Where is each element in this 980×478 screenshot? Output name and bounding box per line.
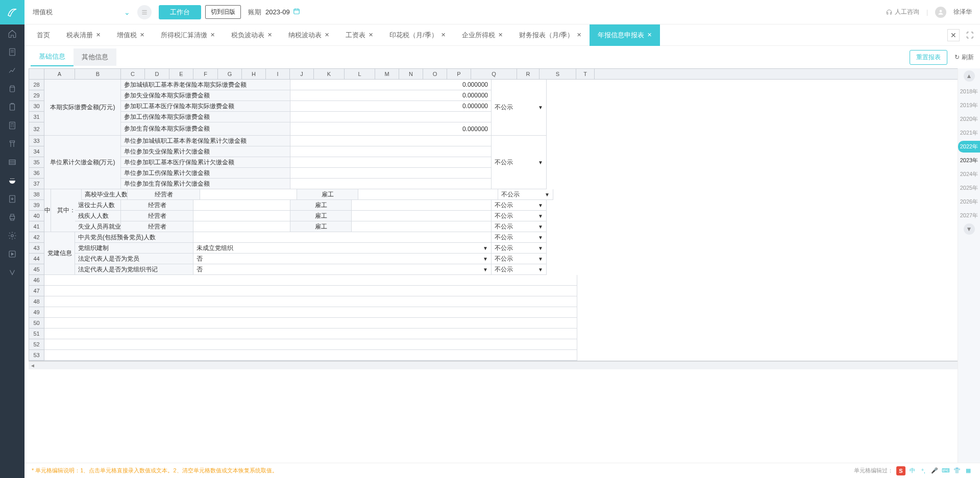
cell[interactable]: 雇工 [290,211,352,221]
cell[interactable]: 退役士兵人数 [75,200,121,211]
nav-export-icon[interactable] [0,190,24,208]
cell[interactable] [44,339,577,350]
nav-clipboard-icon[interactable] [0,98,24,116]
year-collapse-up-icon[interactable]: ▲ [964,70,975,82]
row-header[interactable]: 41 [29,221,44,232]
cell[interactable] [44,350,577,361]
cell[interactable]: 单位参加工伤保险累计欠缴金额 [121,168,290,179]
row-header[interactable]: 42 [29,232,44,243]
row-header[interactable]: 37 [29,179,44,189]
col-header[interactable]: F [193,69,218,79]
row-header[interactable]: 28 [29,80,44,90]
col-header[interactable]: J [290,69,314,79]
close-icon[interactable]: ✕ [441,32,446,38]
row-header[interactable]: 31 [29,112,44,122]
row-header[interactable]: 30 [29,101,44,112]
year-option[interactable]: 2027年 [958,210,981,221]
cell[interactable] [290,136,492,146]
reset-button[interactable]: 重置报表 [910,50,947,65]
year-option[interactable]: 2024年 [958,168,981,180]
calendar-icon[interactable] [293,8,300,16]
cell[interactable]: 不公示▼ [492,264,547,275]
row-header[interactable]: 44 [29,254,44,264]
cell[interactable] [290,157,492,168]
row-header[interactable]: 39 [29,200,44,211]
switch-old-button[interactable]: 切到旧版 [205,5,241,19]
cell[interactable] [193,221,290,232]
ime-lang-icon[interactable]: 中 [908,466,917,475]
year-option[interactable]: 2021年 [958,127,981,139]
cell[interactable]: 经营者 [121,200,193,211]
cell[interactable]: 单位参加职工基本医疗保险累计欠缴金额 [121,157,290,168]
ime-punct-icon[interactable]: °, [919,466,928,475]
nav-home-icon[interactable] [0,24,24,43]
row-header[interactable]: 51 [29,329,44,339]
col-header[interactable]: B [75,69,121,79]
cell[interactable] [193,200,290,211]
col-header[interactable]: N [399,69,423,79]
corner-cell[interactable] [29,69,44,79]
cell[interactable]: 高校毕业生人数 [82,189,128,200]
col-header[interactable]: A [44,69,75,79]
cell[interactable]: 未成立党组织▼ [193,243,492,254]
cell[interactable]: 不公示▼ [492,211,547,221]
cell[interactable]: 0.000000 [290,101,492,112]
cell[interactable]: 否▼ [193,254,492,264]
close-icon[interactable]: ✕ [498,32,503,38]
close-icon[interactable]: ✕ [210,32,215,38]
cell[interactable]: 单位参加生育保险累计欠缴金额 [121,179,290,189]
close-icon[interactable]: ✕ [325,32,329,38]
row-header[interactable]: 40 [29,211,44,221]
cell[interactable]: 不公示▼ [492,221,547,232]
cell[interactable]: 参加生育保险本期实际缴费金额 [121,122,290,136]
cell[interactable] [200,189,297,200]
row-header[interactable]: 45 [29,264,44,275]
col-header[interactable]: Q [471,69,517,79]
year-option[interactable]: 2026年 [958,196,981,208]
cell[interactable]: 雇工 [297,189,358,200]
cell[interactable]: 0.000000 [290,122,492,136]
row-header[interactable]: 29 [29,90,44,101]
close-icon[interactable]: ✕ [96,32,101,38]
cell[interactable]: 法定代表人是否为党组织书记 [75,264,193,275]
year-collapse-down-icon[interactable]: ▼ [964,223,975,235]
cell[interactable]: 经营者 [121,211,193,221]
tab-印花税（月/季）[interactable]: 印花税（月/季）✕ [381,24,454,46]
tab-首页[interactable]: 首页 [29,24,58,46]
row-header[interactable]: 50 [29,318,44,329]
year-option[interactable]: 2019年 [958,99,981,111]
cell[interactable]: 雇工 [290,200,352,211]
avatar[interactable] [935,7,946,18]
refresh-button[interactable]: ↻ 刷新 [954,53,974,62]
col-header[interactable]: C [121,69,145,79]
close-icon[interactable]: ✕ [369,32,373,38]
nav-bowl-icon[interactable] [0,171,24,190]
nav-calc-icon[interactable] [0,116,24,135]
cell[interactable]: 失业人员再就业人数 [75,221,121,232]
row-header[interactable]: 38 [29,189,44,200]
cell[interactable] [193,211,290,221]
col-header[interactable]: D [145,69,169,79]
cell[interactable] [290,168,492,179]
col-header[interactable]: L [345,69,375,79]
subtab-basic[interactable]: 基础信息 [31,48,74,66]
cell[interactable]: 不公示▼ [492,243,547,254]
cell[interactable]: 单位参加城镇职工基本养老保险累计欠缴金额 [121,136,290,146]
nav-print-icon[interactable] [0,208,24,227]
col-header[interactable]: K [314,69,345,79]
year-option[interactable]: 2023年 [958,155,981,166]
cell[interactable]: 中共党员(包括预备党员)人数 [75,232,193,243]
row-header[interactable]: 47 [29,286,44,296]
col-header[interactable]: G [218,69,242,79]
row-header[interactable]: 32 [29,122,44,136]
nav-doc-icon[interactable] [0,43,24,61]
row-header[interactable]: 34 [29,146,44,157]
cell[interactable] [352,200,492,211]
tab-财务报表（月/季）[interactable]: 财务报表（月/季）✕ [511,24,590,46]
company-dropdown[interactable]: 增值税 ⌄ [33,8,130,17]
row-header[interactable]: 53 [29,350,44,361]
tab-税表清册[interactable]: 税表清册✕ [58,24,109,46]
tab-年报信息申报表[interactable]: 年报信息申报表✕ [590,24,660,46]
cell[interactable]: 参加工伤保险本期实际缴费金额 [121,112,290,122]
row-header[interactable]: 43 [29,243,44,254]
